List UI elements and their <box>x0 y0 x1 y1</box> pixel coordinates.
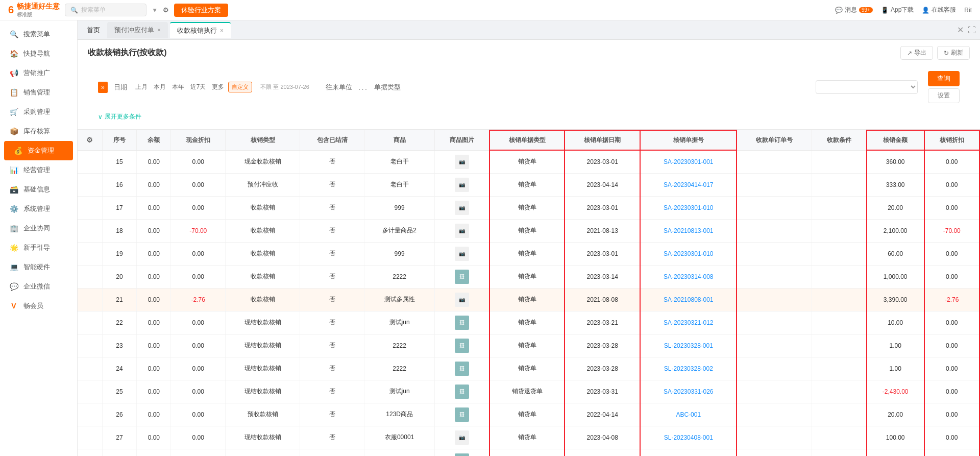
sidebar-item-member[interactable]: V 畅会员 <box>0 296 77 316</box>
row-bill-no[interactable]: SA-20230314-008 <box>640 265 737 288</box>
expand-more-btn[interactable]: ∨ 展开更多条件 <box>98 109 141 124</box>
close-all-icon[interactable]: ✕ <box>957 25 964 35</box>
row-writeoff-type: 收款核销 <box>226 196 300 219</box>
bill-no-link[interactable]: SA-20230314-008 <box>664 273 713 280</box>
date-custom-btn[interactable]: 自定义 <box>228 82 252 92</box>
sidebar-item-guide[interactable]: 🌟 新手引导 <box>0 238 77 257</box>
fullscreen-icon[interactable]: ⛶ <box>968 26 976 35</box>
row-bill-no[interactable]: SL-20230408-001 <box>640 426 737 449</box>
row-receipt-condition <box>812 288 866 311</box>
search-bar[interactable]: 🔍 搜索菜单 <box>65 4 146 16</box>
row-receipt-order-no <box>737 196 812 219</box>
row-bill-no[interactable]: SL-20230418-001 <box>640 449 737 456</box>
messages-btn[interactable]: 💬 消息 99+ <box>835 6 873 14</box>
table-row: 170.000.00收款核销否999📷销货单2023-03-01SA-20230… <box>78 196 979 219</box>
bill-no-link[interactable]: ABC-001 <box>676 411 701 418</box>
sidebar-item-basic[interactable]: 🗃️ 基础信息 <box>0 180 77 199</box>
sidebar-item-purchase[interactable]: 🛒 采购管理 <box>0 102 77 122</box>
sidebar-item-hardware[interactable]: 💻 智能硬件 <box>0 257 77 277</box>
export-btn[interactable]: ↗ 导出 <box>900 46 933 60</box>
refresh-icon: ↻ <box>944 50 949 57</box>
row-bill-date: 2023-03-14 <box>565 265 640 288</box>
date-btn-7days[interactable]: 近7天 <box>188 82 208 92</box>
filter-toggle-btn[interactable]: » <box>98 82 108 93</box>
row-writeoff-amount: 10.00 <box>867 311 924 334</box>
row-included-settled: 否 <box>300 242 364 265</box>
prepaid-tab-label: 预付冲应付单 <box>114 26 154 35</box>
sidebar-item-system[interactable]: ⚙️ 系统管理 <box>0 199 77 219</box>
home-tab-label: 首页 <box>87 26 100 35</box>
row-bill-no[interactable]: SA-20230301-001 <box>640 150 737 173</box>
row-balance: 0.00 <box>137 334 171 357</box>
row-bill-no[interactable]: SL-20230328-002 <box>640 357 737 380</box>
row-bill-no[interactable]: SA-20210808-001 <box>640 288 737 311</box>
date-btn-this-month[interactable]: 本月 <box>152 82 168 92</box>
bill-no-link[interactable]: SL-20230328-001 <box>664 342 713 349</box>
row-cash-discount: 0.00 <box>171 196 226 219</box>
date-btn-more[interactable]: 更多 <box>210 82 226 92</box>
bill-no-link[interactable]: SA-20230414-017 <box>664 181 713 188</box>
industry-btn[interactable]: 休验行业方案 <box>174 4 228 17</box>
bill-no-link[interactable]: SA-20230301-010 <box>664 250 713 257</box>
row-bill-no[interactable]: SA-20230301-010 <box>640 196 737 219</box>
bill-no-link[interactable]: SL-20230408-001 <box>664 434 713 441</box>
row-bill-no[interactable]: SL-20230328-001 <box>640 334 737 357</box>
row-included-settled: 否 <box>300 426 364 449</box>
sidebar-item-label: 采购管理 <box>23 107 50 116</box>
user-btn[interactable]: Rit <box>964 7 972 14</box>
refresh-btn[interactable]: ↻ 刷新 <box>937 46 970 60</box>
sidebar-item-inventory[interactable]: 📦 库存核算 <box>0 122 77 141</box>
row-bill-no[interactable]: SA-20230321-012 <box>640 311 737 334</box>
bill-no-link[interactable]: SA-20230331-026 <box>664 388 713 395</box>
bill-no-link[interactable]: SL-20230328-002 <box>664 365 713 372</box>
th-included-settled: 包含已结清 <box>300 130 364 150</box>
bill-type-select[interactable] <box>816 80 918 94</box>
table-container[interactable]: ⚙ 序号 余额 现金折扣 核销类型 包含已结清 商品 商品图片 核销单据类型 核… <box>78 130 980 456</box>
table-row: 150.000.00现金收款核销否老白干📷销货单2023-03-01SA-202… <box>78 150 979 173</box>
row-writeoff-amount: 1.00 <box>867 334 924 357</box>
row-product: 老白干 <box>364 150 434 173</box>
row-bill-no[interactable]: SA-20230301-010 <box>640 242 737 265</box>
sidebar-item-marketing[interactable]: 📢 营销推广 <box>0 63 77 83</box>
bill-no-link[interactable]: SA-20230301-001 <box>664 158 713 165</box>
tab-home[interactable]: 首页 <box>82 22 105 38</box>
sidebar-item-quick-nav[interactable]: 🏠 快捷导航 <box>0 44 77 63</box>
query-btn[interactable]: 查询 <box>928 71 960 86</box>
online-service-btn[interactable]: 👤 在线客服 <box>922 6 956 14</box>
sidebar-item-search[interactable]: 🔍 搜索菜单 <box>0 25 77 44</box>
sidebar-item-business[interactable]: 📊 经营管理 <box>0 160 77 180</box>
row-product-img: 🖼 <box>434 357 489 380</box>
row-bill-no[interactable]: SA-20230414-017 <box>640 173 737 196</box>
tab-writeoff[interactable]: 收款核销执行 × <box>170 22 231 38</box>
row-receipt-condition <box>812 196 866 219</box>
gear-settings-icon[interactable]: ⚙ <box>86 136 93 144</box>
row-bill-no[interactable]: SA-20230331-026 <box>640 380 737 403</box>
bill-no-link[interactable]: SA-20230321-012 <box>664 319 713 326</box>
sidebar-item-corp[interactable]: 🏢 企业协同 <box>0 219 77 238</box>
row-cash-discount: 0.00 <box>171 426 226 449</box>
date-btn-this-year[interactable]: 本年 <box>170 82 186 92</box>
table-row: 270.000.00现结收款核销否衣服00001📷销货单2023-04-08SL… <box>78 426 979 449</box>
row-bill-type: 销货单 <box>489 311 565 334</box>
sidebar-item-label: 畅会员 <box>23 301 43 310</box>
settings-icon[interactable]: ⚙ <box>163 6 169 14</box>
settings-btn[interactable]: 设置 <box>928 88 960 103</box>
writeoff-tab-close[interactable]: × <box>220 27 224 34</box>
bill-no-link[interactable]: SA-20230301-010 <box>664 204 713 211</box>
date-btn-last-month[interactable]: 上月 <box>133 82 150 92</box>
sidebar-item-sales[interactable]: 📋 销售管理 <box>0 83 77 102</box>
row-bill-no[interactable]: SA-20210813-001 <box>640 219 737 242</box>
sidebar-item-wechat[interactable]: 💬 企业微信 <box>0 277 77 296</box>
app-download-btn[interactable]: 📱 App下载 <box>881 6 914 14</box>
row-writeoff-amount: 2,100.00 <box>867 219 924 242</box>
prepaid-tab-close[interactable]: × <box>157 27 161 34</box>
th-writeoff-discount: 核销折扣 <box>924 130 979 150</box>
row-writeoff-discount: 0.00 <box>924 449 979 456</box>
th-bill-no: 核销单据号 <box>640 130 737 150</box>
row-bill-no[interactable]: ABC-001 <box>640 403 737 426</box>
bill-type-label: 单据类型 <box>374 83 401 92</box>
tab-prepaid[interactable]: 预付冲应付单 × <box>107 22 168 38</box>
sidebar-item-finance[interactable]: 💰 资金管理 <box>4 141 73 160</box>
bill-no-link[interactable]: SA-20210808-001 <box>664 296 713 303</box>
bill-no-link[interactable]: SA-20210813-001 <box>664 227 713 234</box>
